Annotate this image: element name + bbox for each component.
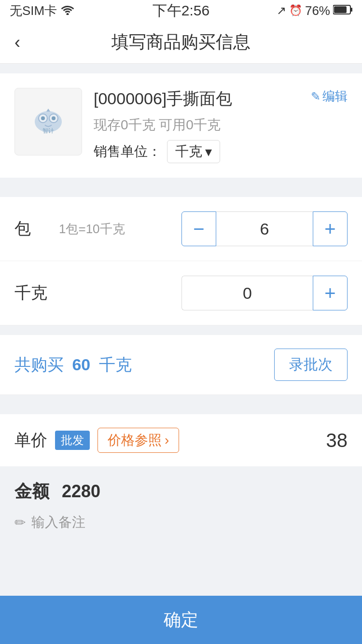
quantity-label-bao: 包 [14,218,53,240]
total-text: 共购买 60 千克 [14,354,132,376]
batch-button[interactable]: 录批次 [274,349,348,381]
product-stock: 现存0千克 可用0千克 [94,116,348,134]
amount-label: 金额 [14,481,49,501]
product-unit-row: 销售单位： 千克 ▾ [94,140,348,163]
product-logo-icon: 智计 [29,105,68,139]
total-unit: 千克 [99,355,132,374]
status-bar: 无SIM卡 下午2:56 ↗ ⏰ 76% [0,0,362,21]
price-tag: 批发 [55,431,90,450]
dropdown-icon: ▾ [205,144,212,160]
quantity-row-kg: 千克 + [0,261,362,325]
unit-label: 销售单位： [94,142,161,161]
quantity-minus-bao[interactable]: − [181,211,216,246]
divider-1 [0,178,362,187]
price-ref-label: 价格参照 [108,431,162,449]
divider-2 [0,395,362,405]
carrier-text: 无SIM卡 [10,2,57,19]
amount-row: 金额 2280 [14,480,348,504]
remark-row[interactable]: ✏ 输入备注 [14,513,348,532]
price-row: 单价 批发 价格参照 › 38 [14,428,348,453]
amount-section: 金额 2280 ✏ 输入备注 [0,466,362,545]
status-time: 下午2:56 [153,1,209,21]
wifi-icon [61,3,74,18]
unit-select[interactable]: 千克 ▾ [167,140,220,163]
status-carrier: 无SIM卡 [10,2,74,19]
total-section: 共购买 60 千克 录批次 [0,335,362,395]
price-section: 单价 批发 价格参照 › 38 [0,414,362,466]
svg-point-7 [52,116,56,120]
price-ref-arrow: › [165,433,169,448]
pencil-icon: ✏ [14,515,26,531]
confirm-bar[interactable]: 确定 [0,596,362,644]
amount-value: 2280 [62,481,100,501]
quantity-plus-kg[interactable]: + [313,276,348,310]
alarm-icon: ⏰ [289,4,302,17]
remark-placeholder: 输入备注 [31,513,85,532]
battery-text: 76% [305,3,330,18]
price-ref-button[interactable]: 价格参照 › [97,428,179,453]
confirm-button-label: 确定 [164,608,198,632]
page-title: 填写商品购买信息 [111,30,251,54]
unit-value: 千克 [175,142,202,161]
svg-rect-2 [334,6,347,13]
total-amount: 60 [72,355,90,374]
edit-label: 编辑 [322,88,348,105]
product-name: [0000006]手撕面包 [94,88,232,110]
quantity-controls-kg: + [181,276,348,310]
quantity-sublabel-bao: 1包=10千克 [59,221,181,238]
quantity-input-kg[interactable] [181,276,313,310]
product-image: 智计 [14,88,82,155]
total-prefix: 共购买 [14,355,64,374]
product-section: 智计 [0000006]手撕面包 ✎ 编辑 现存0千克 可用0千克 销售单位： … [0,73,362,178]
quantity-input-bao[interactable] [216,211,313,246]
quantity-controls-bao: − + [181,211,348,246]
battery-icon [333,3,352,18]
quantity-label-kg: 千克 [14,282,53,304]
status-right: ↗ ⏰ 76% [277,3,352,18]
location-icon: ↗ [277,4,286,17]
quantity-section: 包 1包=10千克 − + 千克 + [0,197,362,325]
nav-bar: ‹ 填写商品购买信息 [0,21,362,64]
edit-icon: ✎ [311,90,320,103]
edit-button[interactable]: ✎ 编辑 [311,88,348,105]
price-label: 单价 [14,429,47,451]
product-info: [0000006]手撕面包 ✎ 编辑 现存0千克 可用0千克 销售单位： 千克 … [94,88,348,163]
svg-rect-1 [350,8,352,12]
svg-point-6 [41,116,45,120]
back-button[interactable]: ‹ [14,32,20,53]
price-value: 38 [326,430,348,451]
quantity-plus-bao[interactable]: + [313,211,348,246]
quantity-row-bao: 包 1包=10千克 − + [0,197,362,261]
svg-text:智计: 智计 [42,127,54,134]
